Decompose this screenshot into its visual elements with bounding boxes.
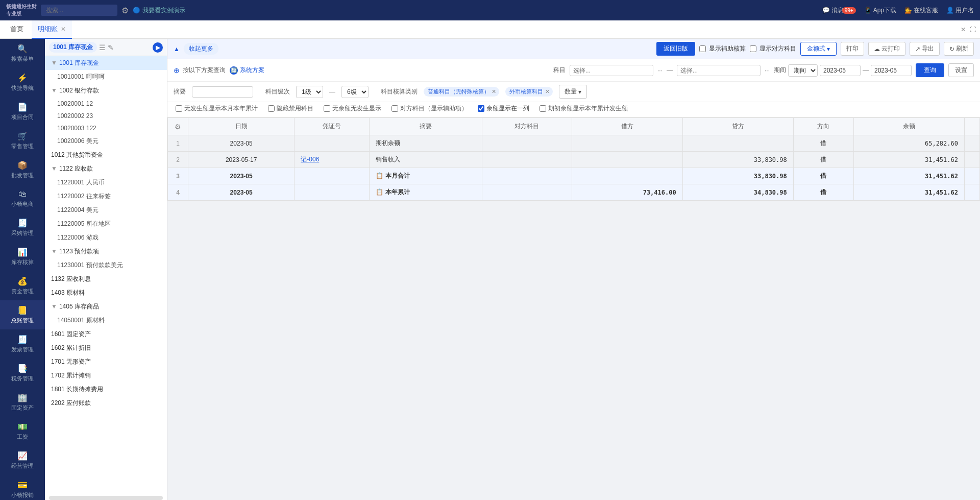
- period-to-input[interactable]: [871, 65, 912, 76]
- category-tag-foreign[interactable]: 外币核算科目✕: [505, 87, 553, 97]
- sidebar-item-inventory[interactable]: 📊 库存核算: [0, 242, 45, 271]
- sidebar-item-operations[interactable]: 📈 经营管理: [0, 446, 45, 475]
- sidebar-item-retail[interactable]: 🛒 零售管理: [0, 126, 45, 155]
- sidebar-item-salary[interactable]: 💵 工资: [0, 417, 45, 446]
- subject-input2[interactable]: [677, 65, 761, 76]
- account-code-badge[interactable]: 1001 库存现金: [49, 42, 97, 53]
- message-btn[interactable]: 💬 消息 99+: [822, 6, 856, 15]
- opt-no-balance-checkbox[interactable]: [324, 105, 330, 112]
- quantity-btn[interactable]: 数量▾: [559, 85, 587, 99]
- app-download-btn[interactable]: 📱 App下载: [864, 6, 896, 15]
- global-search-input[interactable]: [41, 5, 117, 16]
- opt-hide-disabled-checkbox[interactable]: [268, 105, 275, 112]
- sidebar-item-quicknav[interactable]: ⚡ 快捷导航: [0, 68, 45, 97]
- tree-item-1132[interactable]: 1132 应收利息: [45, 272, 167, 286]
- refresh-btn[interactable]: ↻ 刷新: [944, 42, 974, 56]
- period-type-select[interactable]: 期间: [788, 64, 818, 77]
- gear-icon[interactable]: ⚙: [175, 123, 181, 131]
- tag-remove-icon[interactable]: ✕: [492, 88, 496, 95]
- tree-item-1123[interactable]: ▼1123 预付款项: [45, 245, 167, 258]
- th-settings[interactable]: ⚙: [168, 118, 188, 135]
- tab-ledger-close[interactable]: ✕: [61, 26, 66, 33]
- category-tag-normal[interactable]: 普通科目（无特殊核算）✕: [424, 87, 499, 97]
- tree-item-10020003[interactable]: 10020003 122: [45, 122, 167, 134]
- return-old-version-btn[interactable]: 返回旧版: [656, 42, 695, 56]
- account-tree-nav-btn[interactable]: ▶: [153, 42, 163, 53]
- query-btn[interactable]: 查询: [916, 63, 944, 77]
- online-service-btn[interactable]: 💁 在线客服: [904, 6, 938, 15]
- tree-item-10020002[interactable]: 10020002 23: [45, 110, 167, 122]
- tree-horizontal-scrollbar[interactable]: [49, 496, 163, 500]
- sidebar-item-wholesale[interactable]: 📦 批发管理: [0, 155, 45, 184]
- user-avatar-btn[interactable]: 👤 用户名: [946, 6, 974, 15]
- tree-item-11220001[interactable]: 11220001 人民币: [45, 176, 167, 189]
- tree-item-1602[interactable]: 1602 累计折旧: [45, 341, 167, 355]
- tree-item-11230001[interactable]: 11230001 预付款款美元: [45, 258, 167, 272]
- demo-link[interactable]: 🔵 我要看实例演示: [133, 6, 185, 15]
- filter-collapse-btn[interactable]: 收起更多: [184, 43, 218, 55]
- sidebar-item-expenses[interactable]: 💳 小畅报销: [0, 475, 45, 500]
- sidebar-item-assets[interactable]: 🏢 固定资产: [0, 388, 45, 417]
- tree-item-1701[interactable]: 1701 无形资产: [45, 355, 167, 369]
- tree-item-1405[interactable]: ▼1405 库存商品: [45, 300, 167, 314]
- show-contra-checkbox[interactable]: [750, 45, 756, 52]
- tree-edit-icon[interactable]: ✎: [108, 43, 114, 52]
- tab-ledger[interactable]: 明细账 ✕: [32, 20, 72, 39]
- tree-item-10010001[interactable]: 10010001 呵呵呵: [45, 70, 167, 84]
- opt-contra-subject[interactable]: 对方科目（显示辅助项）: [391, 104, 468, 113]
- tree-item-1403[interactable]: 1403 原材料: [45, 286, 167, 300]
- opt-no-balance[interactable]: 无余额无发生显示: [324, 104, 381, 113]
- tree-item-1702[interactable]: 1702 累计摊销: [45, 369, 167, 383]
- period-from-input[interactable]: [820, 65, 861, 76]
- tree-item-10020006[interactable]: 10020006 美元: [45, 134, 167, 148]
- sidebar-item-ledger[interactable]: 📒 总账管理: [0, 300, 45, 329]
- print-btn[interactable]: 打印: [841, 42, 864, 56]
- level-from-select[interactable]: 1级2级3级4级5级6级: [296, 86, 323, 98]
- subject-input[interactable]: [570, 65, 653, 76]
- opt-opening-balance[interactable]: 期初余额显示本年累计发生额: [540, 104, 628, 113]
- export-btn[interactable]: ↗ 导出: [910, 42, 940, 56]
- topbar-settings-icon[interactable]: ⚙: [121, 6, 129, 15]
- system-scheme-btn[interactable]: 🔄 系统方案: [230, 66, 264, 75]
- tree-item-14050001[interactable]: 14050001 原材料: [45, 314, 167, 327]
- tree-item-10020001[interactable]: 10020001 12: [45, 98, 167, 110]
- tree-item-11220002[interactable]: 11220002 往来标签: [45, 189, 167, 203]
- collapse-icon[interactable]: ▲: [174, 45, 180, 53]
- opt-balance-one-col[interactable]: 余额显示在一列: [478, 104, 529, 113]
- show-aux-checkbox[interactable]: [699, 45, 706, 52]
- opt-no-amount-checkbox[interactable]: [176, 105, 182, 112]
- tabbar-close-icon[interactable]: ✕: [961, 26, 966, 33]
- tree-item-1122[interactable]: ▼1122 应收款: [45, 162, 167, 176]
- sidebar-item-purchase[interactable]: 🧾 采购管理: [0, 213, 45, 242]
- opt-opening-balance-checkbox[interactable]: [540, 105, 546, 112]
- table-container[interactable]: ⚙ 日期 凭证号 摘要 对方科目 借方 贷方 方向 余额: [167, 117, 980, 500]
- tree-item-1601[interactable]: 1601 固定资产: [45, 327, 167, 341]
- opt-hide-disabled[interactable]: 隐藏禁用科目: [268, 104, 313, 113]
- voucher-link-2[interactable]: 记-006: [301, 156, 319, 163]
- sidebar-item-search[interactable]: 🔍 搜索菜单: [0, 39, 45, 68]
- opt-no-amount[interactable]: 无发生额显示本月本年累计: [176, 104, 258, 113]
- tree-item-11220006[interactable]: 11220006 游戏: [45, 231, 167, 245]
- account-tree-list[interactable]: ▼1001 库存现金 10010001 呵呵呵 ▼1002 银行存款 10020…: [45, 56, 167, 496]
- tree-item-1801[interactable]: 1801 长期待摊费用: [45, 383, 167, 396]
- sidebar-item-tax[interactable]: 📑 税务管理: [0, 359, 45, 388]
- tree-list-icon[interactable]: ☰: [99, 43, 106, 52]
- tabbar-expand-icon[interactable]: ⛶: [970, 26, 976, 33]
- sidebar-item-project[interactable]: 📄 项目合同: [0, 97, 45, 126]
- tree-item-2202[interactable]: 2202 应付账款: [45, 396, 167, 410]
- tree-item-11220005[interactable]: 11220005 所在地区: [45, 217, 167, 231]
- level-to-select[interactable]: 6级1级2级3级4级5级: [341, 86, 369, 98]
- sidebar-item-funds[interactable]: 💰 资金管理: [0, 271, 45, 300]
- sidebar-item-ecommerce[interactable]: 🛍 小畅电商: [0, 184, 45, 213]
- sidebar-item-invoice[interactable]: 🧾 发票管理: [0, 329, 45, 359]
- tag-remove-icon2[interactable]: ✕: [545, 88, 550, 95]
- summary-input[interactable]: [192, 86, 253, 98]
- query-settings-icon[interactable]: ⊕: [174, 66, 180, 75]
- format-btn[interactable]: 金额式 ▾: [800, 42, 837, 56]
- opt-contra-subject-checkbox[interactable]: [391, 105, 398, 112]
- tree-item-1012[interactable]: 1012 其他货币资金: [45, 148, 167, 162]
- tab-home[interactable]: 首页: [4, 20, 30, 39]
- cloud-print-btn[interactable]: ☁ 云打印: [868, 42, 905, 56]
- tree-item-1002[interactable]: ▼1002 银行存款: [45, 84, 167, 98]
- row-voucher-2[interactable]: 记-006: [295, 152, 370, 168]
